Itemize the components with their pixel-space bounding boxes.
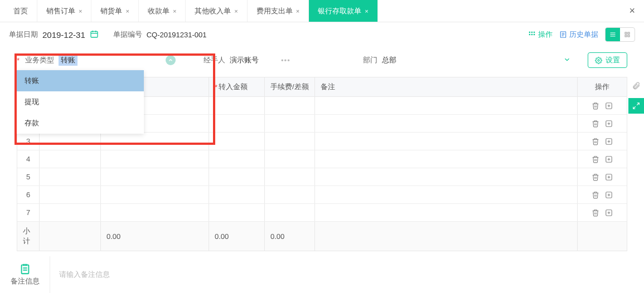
more-icon[interactable]: ••• [281,56,290,65]
docno-value: CQ-20191231-001 [147,31,207,39]
view-toggle [605,27,635,42]
svg-rect-9 [534,34,535,35]
add-row-icon[interactable] [605,155,613,163]
svg-rect-17 [625,32,627,34]
close-icon[interactable]: × [296,8,299,14]
add-row-icon[interactable] [605,102,613,110]
svg-line-50 [637,103,639,105]
row-index: 6 [17,186,40,203]
close-icon[interactable]: × [173,8,176,14]
tab-bank-deposit[interactable]: 银行存取款单× [309,0,377,22]
delete-row-icon[interactable] [592,155,599,163]
view-grid-icon[interactable] [620,28,635,41]
docno-label: 单据编号 [113,30,142,40]
close-icon[interactable]: × [365,8,368,14]
note-tab[interactable]: 备注信息 [0,256,50,293]
settings-button[interactable]: 设置 [588,52,627,68]
right-rail [628,78,644,114]
ops-button[interactable]: 操作 [528,30,553,40]
svg-line-51 [633,106,636,109]
date-label: 单据日期 [9,30,38,40]
table-row[interactable]: 6 [17,186,627,204]
table-row[interactable]: 3 [17,133,627,150]
expand-icon[interactable] [628,98,644,114]
svg-rect-0 [91,31,98,37]
footer-in-total: 0.00 [209,222,265,251]
handler-field[interactable]: 经手人 演示账号 [204,55,259,65]
table-row[interactable]: 4 [17,150,627,168]
delete-row-icon[interactable] [592,209,599,217]
dropdown-option-withdraw[interactable]: 提现 [17,91,144,113]
footer-name-total: 0.00 [101,222,209,251]
dropdown-option-deposit[interactable]: 存款 [17,113,144,134]
tab-delivery[interactable]: 销货单× [91,0,138,22]
delete-row-icon[interactable] [592,102,599,110]
delete-row-icon[interactable] [592,138,599,145]
table-row[interactable]: 7 [17,204,627,222]
col-ops: 操作 [578,77,627,96]
tab-receipt[interactable]: 收款单× [139,0,186,22]
tab-home[interactable]: 首页 [4,0,37,22]
svg-rect-4 [529,32,530,33]
add-row-icon[interactable] [605,138,613,145]
row-index: 7 [17,204,40,221]
biz-type-field[interactable]: * 业务类型 转账 转账 提现 存款 [17,55,176,66]
biz-type-dropdown: 转账 提现 存款 [17,70,144,134]
chevron-down-icon[interactable] [563,56,571,65]
svg-rect-19 [625,35,627,37]
delete-row-icon[interactable] [592,120,599,128]
svg-rect-8 [531,34,532,35]
row-index: 3 [17,133,40,150]
svg-point-21 [598,59,599,61]
col-note: 备注 [315,77,578,96]
row-index: 4 [17,150,40,168]
tab-other-income[interactable]: 其他收入单× [186,0,247,22]
delete-row-icon[interactable] [592,191,599,199]
add-row-icon[interactable] [605,173,613,181]
svg-rect-7 [529,34,530,35]
dept-field[interactable]: 部门 总部 [363,55,396,65]
gear-icon [595,57,602,64]
close-icon[interactable]: × [125,8,129,14]
note-section: 备注信息 请输入备注信息 [0,256,627,293]
delete-row-icon[interactable] [592,173,599,181]
tab-bar: 首页 销售订单× 销货单× 收款单× 其他收入单× 费用支出单× 银行存取款单×… [0,0,644,22]
svg-rect-5 [531,32,532,33]
calendar-icon[interactable] [90,30,99,40]
chevron-up-icon[interactable] [166,55,176,65]
attachment-icon[interactable] [628,78,644,94]
notepad-icon [19,263,31,275]
footer-label: 小计 [17,222,40,251]
add-row-icon[interactable] [605,120,613,128]
close-icon[interactable]: × [234,8,238,14]
col-in-amount: *转入金额 [209,77,265,96]
tab-expense[interactable]: 费用支出单× [248,0,309,22]
doc-header: 单据日期 2019-12-31 单据编号 CQ-20191231-001 操作 … [0,22,644,47]
row-index: 5 [17,168,40,185]
dropdown-option-transfer[interactable]: 转账 [17,70,144,91]
form-row: * 业务类型 转账 转账 提现 存款 经手人 演示账号 ••• 部门 总部 设置 [0,47,644,77]
col-fee: 手续费/差额 [265,77,315,96]
svg-rect-44 [21,265,28,274]
biz-type-value: 转账 [59,55,78,66]
table-row[interactable]: 5 [17,168,627,186]
add-row-icon[interactable] [605,209,613,217]
close-all-icon[interactable]: × [620,0,644,22]
history-button[interactable]: 历史单据 [559,30,598,40]
svg-rect-6 [534,32,535,33]
add-row-icon[interactable] [605,191,613,199]
close-icon[interactable]: × [79,8,82,14]
svg-rect-20 [628,35,630,37]
note-input[interactable]: 请输入备注信息 [50,256,627,293]
view-list-icon[interactable] [606,28,620,41]
date-value[interactable]: 2019-12-31 [42,30,85,40]
footer-fee-total: 0.00 [265,222,315,251]
tab-sales-order[interactable]: 销售订单× [37,0,91,22]
svg-rect-18 [628,32,630,34]
